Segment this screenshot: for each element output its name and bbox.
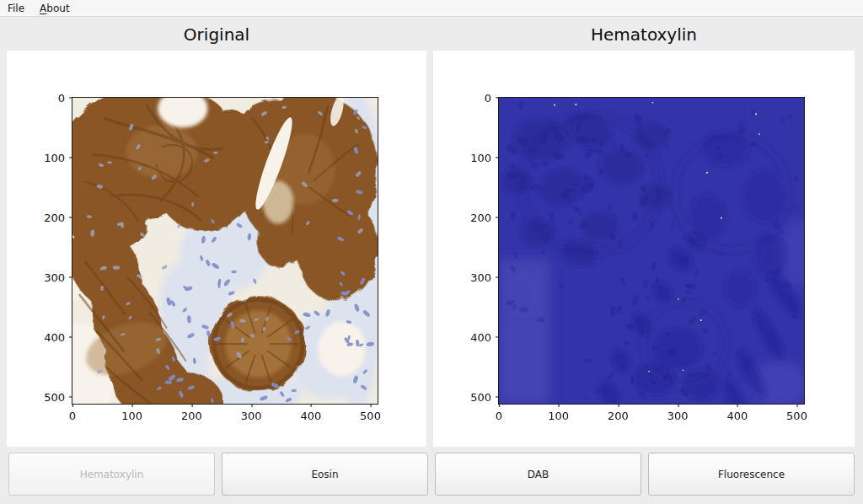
y-tick-label: 400: [470, 331, 491, 342]
y-tick-label: 300: [470, 271, 491, 282]
original-image: [72, 98, 378, 404]
menu-bar: File About: [0, 0, 863, 17]
dab-button[interactable]: DAB: [435, 453, 641, 496]
fluorescence-button[interactable]: Fluorescence: [648, 453, 855, 496]
y-tick-label: 500: [470, 391, 491, 402]
y-tick-label: 0: [485, 93, 491, 104]
hematoxylin-image: [499, 98, 804, 404]
y-tick-label: 500: [44, 391, 65, 402]
nucleus-dot: [107, 161, 112, 164]
menu-item-about[interactable]: About: [32, 0, 78, 16]
panel-title-hematoxylin: Hematoxylin: [433, 23, 855, 46]
nucleus-dot: [113, 265, 120, 270]
figure-canvas-original: 0 100 200 300 400 500 0 100 200 300 400 …: [7, 51, 426, 447]
y-tick-label: 100: [470, 152, 491, 163]
x-tick-label: 300: [667, 410, 689, 421]
x-tick-label: 0: [496, 410, 502, 421]
x-tick-label: 400: [300, 410, 321, 421]
y-tick-label: 0: [58, 93, 65, 104]
x-tick-label: 0: [69, 410, 76, 421]
panel-title-original: Original: [7, 23, 426, 46]
x-tick-label: 500: [786, 410, 807, 421]
x-tick-label: 200: [608, 410, 629, 421]
x-tick-label: 300: [241, 410, 262, 421]
hematoxylin-button[interactable]: Hematoxylin: [8, 453, 215, 496]
plot-hematoxylin: 0 100 200 300 400 500 0 100 200 300 400 …: [498, 97, 805, 405]
y-tick-label: 200: [470, 212, 491, 223]
x-tick-label: 100: [548, 410, 569, 421]
x-tick-label: 500: [360, 410, 381, 421]
x-tick-label: 200: [181, 410, 202, 421]
x-tick-label: 100: [121, 410, 142, 421]
plot-original: 0 100 200 300 400 500 0 100 200 300 400 …: [72, 97, 378, 405]
y-tick-label: 200: [44, 212, 65, 223]
y-tick-label: 400: [44, 331, 65, 342]
x-tick-label: 400: [726, 410, 748, 421]
app-window: File About Original Hematoxylin: [0, 0, 863, 504]
y-tick-label: 300: [44, 271, 65, 282]
menu-item-file[interactable]: File: [0, 0, 32, 16]
figure-canvas-hematoxylin: 0 100 200 300 400 500 0 100 200 300 400 …: [433, 51, 855, 447]
y-tick-label: 100: [44, 152, 65, 163]
eosin-button[interactable]: Eosin: [222, 453, 428, 496]
